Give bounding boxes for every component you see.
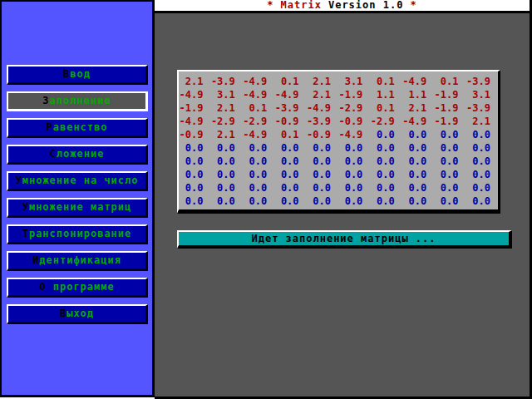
matrix-cell: 0.0 [402, 168, 434, 181]
matrix-cell: -3.9 [466, 101, 498, 115]
button-label: ыход [66, 308, 94, 319]
button-label: вод [70, 68, 91, 80]
matrix-cell: -3.9 [307, 115, 338, 128]
matrix-cell: -0.9 [307, 128, 338, 141]
matrix-cell: 0.0 [179, 168, 210, 181]
hotkey-letter: У [15, 175, 22, 186]
matrix-cell: 0.0 [466, 155, 498, 168]
matrix-cell: 0.0 [179, 155, 210, 168]
menu-button-identification[interactable]: Идентификация [7, 251, 148, 271]
matrix-cell: 0.0 [210, 141, 242, 155]
matrix-cell: 0.1 [243, 101, 274, 115]
sidebar-menu: ВводЗаполнениеРавенствоСложениеУмножение… [2, 2, 152, 395]
matrix-cell: 0.0 [307, 181, 338, 195]
matrix-cell: 0.0 [466, 195, 498, 208]
matrix-cell: 0.1 [434, 75, 466, 88]
matrix-cell: 2.1 [466, 115, 498, 128]
matrix-cell: 0.0 [338, 141, 370, 155]
matrix-cell: -4.9 [338, 128, 370, 141]
hotkey-letter: Р [46, 121, 52, 133]
matrix-cell: 0.0 [434, 168, 466, 181]
matrix-row: 0.00.00.00.00.00.00.00.00.00.0 [179, 167, 498, 180]
matrix-cell: 0.0 [434, 155, 466, 168]
matrix-cell: 0.0 [243, 181, 274, 195]
status-bar: Идет заполнение матрицы ... [177, 230, 512, 249]
matrix-cell: 0.0 [179, 141, 210, 155]
matrix-cell: -3.9 [274, 101, 306, 115]
matrix-row: -4.9-2.9-2.9-0.9-3.9-0.9-2.9-4.9-1.92.1 [179, 114, 498, 127]
matrix-cell: 0.0 [402, 128, 434, 141]
matrix-cell: 0.0 [307, 168, 338, 181]
menu-button-multiply-by-number[interactable]: Умножение на число [7, 171, 148, 191]
matrix-cell: 0.0 [370, 168, 401, 181]
matrix-row: 0.00.00.00.00.00.00.00.00.00.0 [179, 180, 498, 194]
hotkey-letter: С [50, 148, 57, 160]
matrix-cell: -4.9 [402, 115, 434, 128]
matrix-cell: 0.0 [243, 155, 274, 168]
menu-button-transpose[interactable]: Транспонирование [7, 224, 148, 244]
matrix-cell: 0.0 [434, 128, 466, 141]
hotkey-letter: У [22, 201, 29, 213]
matrix-cell: 2.1 [402, 101, 434, 115]
matrix-cell: 1.1 [370, 88, 401, 101]
matrix-cell: 2.1 [179, 75, 210, 88]
menu-button-about[interactable]: О программе [7, 278, 148, 298]
button-label: аполнение [50, 95, 111, 106]
matrix-cell: 0.0 [179, 181, 210, 195]
matrix-cell: -4.9 [274, 88, 306, 101]
matrix-cell: 2.1 [210, 128, 242, 141]
matrix-cell: -4.9 [243, 88, 274, 101]
button-label: дентификация [39, 254, 121, 266]
matrix-cell: 0.0 [338, 155, 370, 168]
matrix-cell: 0.0 [370, 141, 401, 155]
matrix-cell: 0.0 [466, 128, 498, 141]
matrix-cell: 0.0 [274, 195, 306, 208]
matrix-cell: 0.0 [307, 141, 338, 155]
matrix-cell: 0.0 [210, 155, 242, 168]
matrix-cell: -2.9 [338, 101, 370, 115]
matrix-display: 2.1-3.9-4.90.12.13.10.1-4.90.1-3.9-4.93.… [177, 70, 500, 214]
matrix-cell: 0.0 [338, 168, 370, 181]
app-name: Matrix [281, 0, 322, 11]
matrix-cell: 0.0 [466, 168, 498, 181]
matrix-row: 0.00.00.00.00.00.00.00.00.00.0 [179, 140, 498, 154]
matrix-cell: 3.1 [466, 88, 498, 101]
matrix-cell: -2.9 [243, 115, 274, 128]
menu-button-fill[interactable]: Заполнение [7, 91, 148, 111]
matrix-cell: -4.9 [179, 88, 210, 101]
matrix-cell: -1.9 [338, 88, 370, 101]
matrix-cell: 0.0 [210, 195, 242, 208]
button-label: ранспонирование [29, 228, 131, 239]
matrix-cell: 0.0 [466, 141, 498, 155]
menu-button-equality[interactable]: Равенство [7, 118, 148, 138]
matrix-cell: 0.1 [370, 75, 401, 88]
matrix-row: 0.00.00.00.00.00.00.00.00.00.0 [179, 194, 498, 207]
matrix-cell: 0.0 [307, 155, 338, 168]
matrix-cell: 0.0 [179, 195, 210, 208]
button-label: ложение [57, 148, 105, 160]
matrix-cell: 0.0 [370, 181, 401, 195]
version-label: Version 1.0 [328, 0, 403, 11]
matrix-cell: 0.0 [402, 181, 434, 195]
matrix-cell: 0.0 [434, 181, 466, 195]
menu-button-addition[interactable]: Сложение [7, 145, 148, 165]
matrix-cell: -2.9 [370, 115, 401, 128]
matrix-cell: -4.9 [243, 75, 274, 88]
menu-button-input[interactable]: Ввод [7, 65, 148, 85]
menu-button-exit[interactable]: Выход [7, 304, 148, 324]
matrix-cell: 0.0 [466, 181, 498, 195]
button-label: авенство [53, 121, 108, 133]
matrix-cell: 0.0 [370, 195, 401, 208]
matrix-cell: 0.1 [274, 75, 306, 88]
matrix-cell: 2.1 [210, 101, 242, 115]
matrix-row: -4.93.1-4.9-4.92.1-1.91.11.1-1.93.1 [179, 87, 498, 101]
hotkey-letter: В [60, 308, 66, 319]
status-message: Идет заполнение матрицы ... [251, 233, 436, 244]
matrix-cell: 2.1 [307, 75, 338, 88]
title-bar: *MatrixVersion 1.0* [155, 0, 530, 13]
menu-button-matrix-multiply[interactable]: Умножение матриц [7, 198, 148, 218]
matrix-cell: 0.0 [402, 155, 434, 168]
matrix-cell: 0.0 [338, 195, 370, 208]
matrix-cell: 0.0 [274, 181, 306, 195]
matrix-cell: 0.0 [274, 168, 306, 181]
